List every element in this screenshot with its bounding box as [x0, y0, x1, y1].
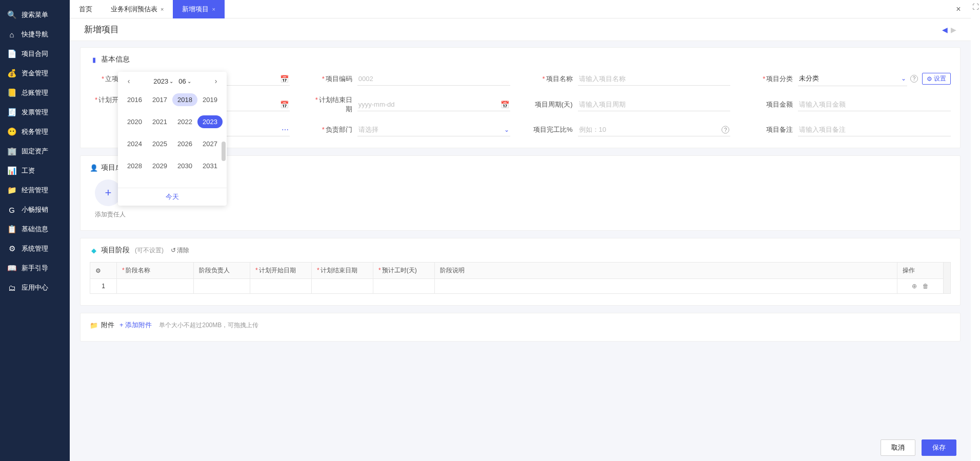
more-icon[interactable]: ⋯ [282, 126, 289, 134]
remark-input[interactable] [798, 123, 951, 136]
close-icon[interactable]: × [161, 6, 164, 12]
chevron-down-icon[interactable]: ⌄ [504, 126, 509, 133]
cell-desc[interactable] [435, 279, 897, 294]
phases-table: ⚙ *阶段名称 阶段负责人 *计划开始日期 *计划结束日期 *预计工时(天) 阶… [90, 262, 944, 294]
g-icon: G [7, 205, 16, 214]
year-option[interactable]: 2022 [172, 115, 197, 128]
prev-year-button[interactable]: ‹ [124, 77, 133, 85]
sidebar-item-tax[interactable]: 😶税务管理 [0, 122, 70, 142]
month-selector[interactable]: 06⌄ [178, 77, 191, 85]
help-icon[interactable]: ? [722, 126, 729, 134]
sidebar-item-quicknav[interactable]: ⌂快捷导航 [0, 25, 70, 44]
search-icon: 🔍 [7, 10, 16, 19]
scrollbar-thumb[interactable] [222, 142, 226, 161]
help-icon[interactable]: ? [910, 75, 918, 83]
table-scrollbar[interactable] [944, 262, 951, 294]
main-area: 首页 业务利润预估表× 新增项目× × 新增项目 ◀ ▶ ▮ 基本信息 [70, 0, 971, 461]
sidebar-item-invoice[interactable]: 🧾发票管理 [0, 103, 70, 122]
dept-select[interactable] [357, 123, 510, 136]
save-button[interactable]: 保存 [922, 439, 956, 456]
right-rail: ⛶ [971, 0, 980, 461]
sidebar-item-label: 总账管理 [22, 88, 48, 97]
col-name: *阶段名称 [117, 263, 194, 279]
amount-input[interactable] [798, 98, 951, 111]
section-title-label: 附件 [101, 320, 114, 330]
section-title-label: 基本信息 [101, 55, 130, 64]
tab-profit[interactable]: 业务利润预估表× [102, 0, 173, 18]
add-row-icon[interactable]: ⊕ [912, 283, 917, 290]
cell-name[interactable] [117, 279, 194, 294]
sidebar-item-funds[interactable]: 💰资金管理 [0, 64, 70, 83]
col-start: *计划开始日期 [250, 263, 312, 279]
project-name-input[interactable] [578, 72, 731, 86]
year-option[interactable]: 2020 [122, 115, 147, 128]
delete-row-icon[interactable]: 🗑 [923, 283, 929, 290]
year-option[interactable]: 2024 [122, 137, 147, 150]
col-gear[interactable]: ⚙ [90, 263, 117, 279]
sidebar-item-search[interactable]: 🔍搜索菜单 [0, 5, 70, 25]
settings-button[interactable]: ⚙设置 [922, 73, 951, 85]
table-row[interactable]: 1 ⊕ 🗑 [90, 279, 944, 294]
form-icon: ▮ [90, 55, 98, 64]
year-option[interactable]: 2017 [147, 93, 172, 106]
sidebar-item-label: 基础信息 [22, 225, 48, 234]
cell-owner[interactable] [194, 279, 250, 294]
year-option[interactable]: 2027 [197, 137, 223, 150]
year-option[interactable]: 2021 [147, 115, 172, 128]
year-option[interactable]: 2016 [122, 93, 147, 106]
expand-icon[interactable]: ⛶ [972, 3, 979, 11]
clear-phases-button[interactable]: ↺清除 [171, 246, 189, 255]
year-option[interactable]: 2028 [122, 159, 147, 172]
year-option[interactable]: 2031 [197, 159, 223, 172]
tab-home[interactable]: 首页 [70, 0, 102, 18]
col-hours: *预计工时(天) [373, 263, 435, 279]
prev-button[interactable]: ◀ [942, 26, 948, 34]
money-icon: 💰 [7, 69, 16, 78]
sidebar-item-ledger[interactable]: 📒总账管理 [0, 83, 70, 103]
next-year-button[interactable]: › [211, 77, 221, 85]
apps-icon: 🗂 [7, 283, 16, 292]
year-option[interactable]: 2018 [172, 93, 197, 106]
sidebar-item-salary[interactable]: 📊工资 [0, 161, 70, 181]
year-option[interactable]: 2026 [172, 137, 197, 150]
year-option[interactable]: 2025 [147, 137, 172, 150]
sidebar-item-biz[interactable]: 📁经营管理 [0, 181, 70, 200]
completion-input[interactable] [578, 123, 731, 136]
year-option[interactable]: 2023 [197, 115, 223, 128]
calendar-icon[interactable]: 📅 [280, 101, 289, 109]
plan-end-input[interactable] [357, 98, 510, 111]
close-all-button[interactable]: × [952, 3, 965, 15]
row-num: 1 [90, 279, 117, 294]
tab-bar: 首页 业务利润预估表× 新增项目× × [70, 0, 971, 18]
sidebar-item-system[interactable]: ⚙系统管理 [0, 239, 70, 258]
cell-hours[interactable] [373, 279, 435, 294]
project-category-select[interactable]: 未分类 ⌄ [798, 71, 907, 86]
year-option[interactable]: 2019 [197, 93, 223, 106]
sidebar-item-apps[interactable]: 🗂应用中心 [0, 278, 70, 297]
year-option[interactable]: 2030 [172, 159, 197, 172]
year-option[interactable]: 2029 [147, 159, 172, 172]
tab-newproject[interactable]: 新增项目× [173, 0, 224, 18]
sidebar-item-assets[interactable]: 🏢固定资产 [0, 142, 70, 161]
sidebar-item-contract[interactable]: 📄项目合同 [0, 44, 70, 64]
sidebar-item-guide[interactable]: 📖新手引导 [0, 258, 70, 278]
gear-icon: ⚙ [95, 267, 101, 274]
close-icon[interactable]: × [212, 6, 215, 12]
project-code-input[interactable] [357, 72, 510, 86]
add-attachment-button[interactable]: + 添加附件 [119, 320, 152, 330]
cancel-button[interactable]: 取消 [881, 439, 915, 456]
cell-end[interactable] [312, 279, 373, 294]
next-button[interactable]: ▶ [951, 26, 956, 34]
sidebar-item-baseinfo[interactable]: 📋基础信息 [0, 219, 70, 239]
today-button[interactable]: 今天 [118, 188, 227, 206]
year-selector[interactable]: 2023⌄ [153, 77, 173, 85]
calendar-icon[interactable]: 📅 [501, 101, 509, 109]
sidebar-item-reimburse[interactable]: G小畅报销 [0, 200, 70, 219]
chevron-down-icon: ⌄ [187, 78, 191, 84]
folder-icon: 📁 [90, 321, 98, 329]
home-icon: ⌂ [7, 30, 16, 39]
select-value: 未分类 [799, 74, 819, 83]
calendar-icon[interactable]: 📅 [280, 75, 289, 83]
cell-start[interactable] [250, 279, 312, 294]
cycle-input[interactable] [578, 98, 731, 111]
